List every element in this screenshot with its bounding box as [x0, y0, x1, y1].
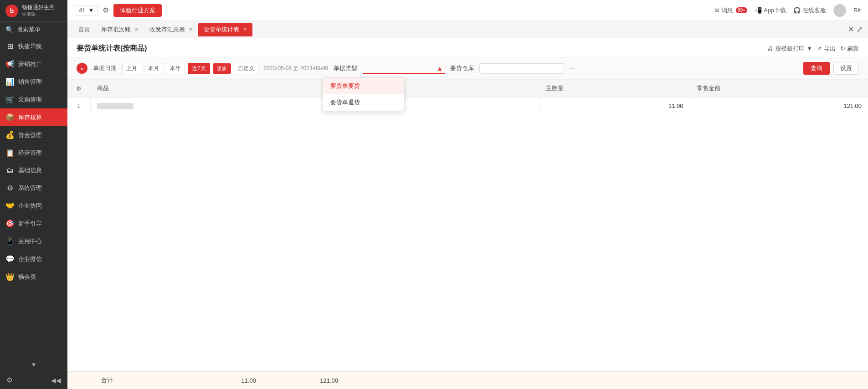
refresh-button[interactable]: ↻ 刷新 — [840, 45, 859, 53]
sidebar-item-management[interactable]: 📋 经营管理 — [0, 144, 67, 162]
product-cell — [90, 97, 331, 114]
search-menu-label: 搜索菜单 — [17, 26, 41, 34]
table-header-row: ⚙ 商品 主计量单位 主数量 零售金额 — [67, 80, 868, 97]
sidebar-item-label: 新手引导 — [18, 220, 42, 228]
tab-receivable-summary-close[interactable]: ✕ — [189, 26, 193, 32]
wechat-icon: 💬 — [5, 255, 15, 263]
date-more[interactable]: 更多 — [213, 63, 231, 74]
sidebar-scroll-down[interactable]: ▼ — [0, 358, 67, 371]
purchase-icon: 🛒 — [5, 95, 15, 104]
messages-badge: 99+ — [736, 7, 747, 13]
app-center-icon: 📱 — [5, 237, 15, 246]
footer-quantity: 11.00 — [192, 377, 256, 384]
sidebar-item-guide[interactable]: 🎯 新手引导 — [0, 215, 67, 232]
main-content: 41 ▼ ⚙ 体验行业方案 ✉ 消息 99+ 📲 App下载 🎧 在线客服 Ri… — [67, 0, 868, 389]
date-custom[interactable]: 自定义 — [234, 63, 258, 74]
sidebar-collapse-icon[interactable]: ◀◀ — [51, 377, 61, 384]
topbar-left: 41 ▼ ⚙ 体验行业方案 — [75, 4, 714, 17]
sidebar-item-sales[interactable]: 📊 销售管理 — [0, 73, 67, 91]
expand-icon: » — [80, 65, 83, 72]
user-avatar[interactable] — [833, 4, 846, 17]
filter-bar: » 单据日期 上月 本月 本年 近7天 更多 自定义 2023-05-06 至 … — [67, 57, 868, 80]
date-this-month[interactable]: 本月 — [144, 63, 163, 74]
print-icon: 🖨 — [767, 45, 773, 52]
topbar-gear-icon[interactable]: ⚙ — [103, 6, 109, 15]
tab-home[interactable]: 首页 — [73, 23, 96, 36]
query-button[interactable]: 查询 — [803, 62, 830, 75]
dropdown-item-return[interactable]: 要货单退货 — [323, 94, 404, 111]
logo-icon: b — [5, 5, 18, 17]
export-button[interactable]: ↗ 导出 — [817, 45, 836, 53]
basic-info-icon: 🗂 — [5, 166, 15, 174]
tab-inventory-batch-close[interactable]: ✕ — [134, 26, 139, 32]
sidebar-logo: b 畅捷通好生意 标准版 — [0, 0, 67, 22]
cooperation-icon: 🤝 — [5, 201, 15, 210]
search-icon: 🔍 — [5, 26, 13, 33]
sidebar-item-cooperation[interactable]: 🤝 企业协同 — [0, 197, 67, 215]
sidebar-item-label: 快捷导航 — [18, 42, 42, 51]
date-last-month[interactable]: 上月 — [122, 63, 141, 74]
marketing-icon: 📢 — [5, 60, 15, 68]
sales-icon: 📊 — [5, 77, 15, 86]
tab-expand-icon[interactable]: ⤢ — [857, 25, 863, 34]
trial-button[interactable]: 体验行业方案 — [113, 4, 162, 17]
tab-home-label: 首页 — [78, 26, 90, 34]
sidebar-settings-icon[interactable]: ⚙ — [6, 376, 13, 384]
sidebar-item-quick-nav[interactable]: ⊞ 快捷导航 — [0, 37, 67, 55]
warehouse-input[interactable] — [479, 63, 564, 74]
sidebar-item-finance[interactable]: 💰 资金管理 — [0, 126, 67, 144]
sidebar-item-member[interactable]: 👑 畅会员 — [0, 268, 67, 286]
sidebar-item-wechat[interactable]: 💬 企业微信 — [0, 250, 67, 268]
filter-more-icon[interactable]: ··· — [570, 64, 575, 72]
tabs-controls: ✕ ⤢ — [848, 25, 863, 34]
footer-label: 合计 — [74, 376, 156, 384]
messages-button[interactable]: ✉ 消息 99+ — [714, 6, 747, 15]
date-this-year[interactable]: 本年 — [166, 63, 185, 74]
date-last-7-days[interactable]: 近7天 — [188, 63, 210, 74]
company-selector[interactable]: 41 ▼ — [75, 5, 98, 15]
quick-nav-icon: ⊞ — [5, 42, 15, 51]
tab-receivable-summary-label: 收发存汇总表 — [149, 26, 185, 34]
sidebar-item-label: 销售管理 — [18, 78, 42, 86]
sidebar-item-inventory[interactable]: 📦 库存核算 — [0, 108, 67, 126]
sidebar-item-marketing[interactable]: 📢 营销推广 — [0, 55, 67, 73]
sidebar-item-label: 系统管理 — [18, 184, 42, 192]
sidebar-item-label: 营销推广 — [18, 60, 42, 68]
type-select-wrapper: 要货单要货 要货单退货 ▲ — [363, 63, 445, 74]
sidebar-item-basic-info[interactable]: 🗂 基础信息 — [0, 162, 67, 179]
sidebar-item-label: 应用中心 — [18, 237, 42, 246]
sidebar-item-system[interactable]: ⚙ 系统管理 — [0, 179, 67, 197]
dropdown-item-purchase[interactable]: 要货单要货 — [323, 78, 404, 94]
print-button[interactable]: 🖨 按模板打印 ▼ — [767, 45, 812, 53]
tab-order-stats[interactable]: 要货单统计表 ✕ — [198, 23, 252, 36]
sidebar-item-purchase[interactable]: 🛒 采购管理 — [0, 91, 67, 108]
search-menu-item[interactable]: 🔍 搜索菜单 — [0, 22, 67, 37]
type-dropdown: 要货单要货 要货单退货 — [323, 77, 405, 111]
page-content: 要货单统计表(按商品) 🖨 按模板打印 ▼ ↗ 导出 ↻ 刷新 — [67, 38, 868, 389]
sidebar-item-label: 企业微信 — [18, 255, 42, 263]
data-table: ⚙ 商品 主计量单位 主数量 零售金额 1 块 11.00 — [67, 80, 868, 114]
sidebar-item-label: 经营管理 — [18, 149, 42, 157]
tab-order-stats-close[interactable]: ✕ — [243, 26, 247, 32]
tab-close-all-icon[interactable]: ✕ — [848, 25, 854, 34]
type-select[interactable]: 要货单要货 要货单退货 — [363, 63, 445, 74]
tab-receivable-summary[interactable]: 收发存汇总表 ✕ — [144, 23, 198, 36]
username-label: Rit — [853, 7, 861, 14]
message-icon: ✉ — [714, 7, 719, 14]
col-settings[interactable]: ⚙ — [67, 80, 90, 97]
topbar-right: ✉ 消息 99+ 📲 App下载 🎧 在线客服 Rit — [714, 4, 861, 17]
sidebar-nav: ⊞ 快捷导航 📢 营销推广 📊 销售管理 🛒 采购管理 📦 库存核算 💰 资金管… — [0, 37, 67, 358]
online-service-button[interactable]: 🎧 在线客服 — [793, 6, 826, 15]
filter-actions: 查询 设置 — [803, 62, 859, 75]
tabs-bar: 首页 库存批次账 ✕ 收发存汇总表 ✕ 要货单统计表 ✕ ✕ ⤢ — [67, 21, 868, 38]
sidebar-item-label: 库存核算 — [18, 113, 42, 122]
tab-inventory-batch[interactable]: 库存批次账 ✕ — [96, 23, 144, 36]
page-title: 要货单统计表(按商品) — [77, 44, 147, 53]
filter-expand-button[interactable]: » — [77, 63, 87, 74]
app-download-button[interactable]: 📲 App下载 — [755, 6, 786, 15]
settings-button[interactable]: 设置 — [833, 62, 859, 75]
sidebar-item-app-center[interactable]: 📱 应用中心 — [0, 232, 67, 250]
page-actions: 🖨 按模板打印 ▼ ↗ 导出 ↻ 刷新 — [767, 45, 859, 53]
system-icon: ⚙ — [5, 184, 15, 192]
sidebar-item-label: 畅会员 — [18, 273, 36, 281]
